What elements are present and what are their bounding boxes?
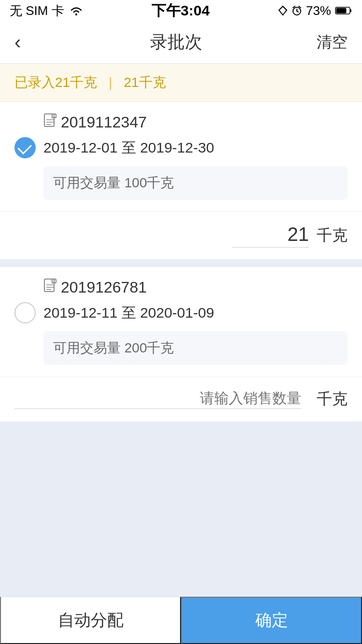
- info-divider: |: [109, 75, 112, 90]
- batch-1-number: 2019112347: [61, 113, 147, 131]
- bottom-bar: 自动分配 确定: [0, 597, 362, 644]
- batch-1-unit: 千克: [317, 225, 348, 246]
- svg-point-0: [75, 14, 77, 15]
- batch-item-1-inner: 2019112347 2019-12-01 至 2019-12-30 可用交易量…: [0, 102, 362, 211]
- batch-2-unit: 千克: [317, 389, 348, 410]
- svg-rect-3: [350, 9, 351, 12]
- wifi-icon: [69, 5, 84, 16]
- no-sim-text: 无 SIM 卡: [10, 2, 64, 19]
- batch-2-number: 2019126781: [61, 279, 147, 296]
- recorded-amount-label: 已录入21千克: [14, 73, 97, 92]
- confirm-button[interactable]: 确定: [181, 597, 362, 644]
- page-title: 录批次: [43, 30, 309, 54]
- batch-2-number-row: 2019126781: [14, 279, 348, 296]
- recorded-amount-value: 21千克: [124, 73, 166, 92]
- batch-1-date: 2019-12-01 至 2019-12-30: [43, 138, 214, 158]
- batch-1-amount-value: 21: [288, 224, 309, 245]
- batch-1-number-row: 2019112347: [14, 113, 348, 131]
- batch-2-avail: 可用交易量 200千克: [43, 331, 348, 365]
- batch-1-amount-row: 21 千克: [0, 211, 362, 259]
- status-right: 73%: [278, 3, 352, 18]
- batch-item-2-inner: 2019126781 2019-12-11 至 2020-01-09 可用交易量…: [0, 267, 362, 377]
- battery-icon: [335, 6, 352, 15]
- batch-item-1: 2019112347 2019-12-01 至 2019-12-30 可用交易量…: [0, 102, 362, 259]
- batch-2-quantity-input[interactable]: [14, 390, 301, 406]
- status-time: 下午3:04: [152, 1, 209, 21]
- batch-2-radio[interactable]: [14, 302, 36, 323]
- status-bar: 无 SIM 卡 下午3:04 73%: [0, 0, 362, 21]
- svg-rect-4: [336, 8, 346, 14]
- batch-2-date: 2019-12-11 至 2020-01-09: [43, 303, 214, 323]
- location-icon: [278, 5, 288, 16]
- info-bar: 已录入21千克 | 21千克: [0, 64, 362, 102]
- batch-1-doc-icon: [43, 113, 57, 131]
- back-button[interactable]: ‹: [14, 31, 43, 53]
- nav-bar: ‹ 录批次 清空: [0, 21, 362, 64]
- content-area: 2019112347 2019-12-01 至 2019-12-30 可用交易量…: [0, 102, 362, 644]
- batch-2-input-row: 千克: [0, 377, 362, 421]
- battery-text: 73%: [306, 3, 331, 18]
- clear-button[interactable]: 清空: [309, 32, 348, 53]
- alarm-icon: [292, 5, 302, 16]
- batch-1-avail: 可用交易量 100千克: [43, 166, 348, 200]
- status-left: 无 SIM 卡: [10, 2, 84, 19]
- batch-2-doc-icon: [43, 279, 57, 296]
- batch-item-2: 2019126781 2019-12-11 至 2020-01-09 可用交易量…: [0, 267, 362, 421]
- batch-2-date-row: 2019-12-11 至 2020-01-09: [14, 302, 348, 323]
- batch-1-date-row: 2019-12-01 至 2019-12-30: [14, 137, 348, 158]
- section-divider-1: [0, 259, 362, 267]
- batch-1-radio[interactable]: [14, 137, 36, 158]
- auto-distribute-button[interactable]: 自动分配: [0, 597, 181, 644]
